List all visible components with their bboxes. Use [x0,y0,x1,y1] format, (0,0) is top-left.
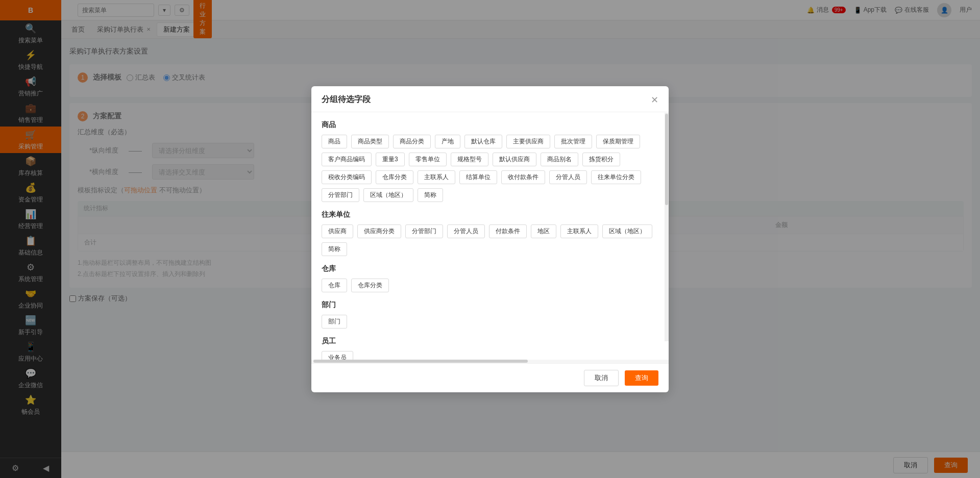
field-tag-0-17[interactable]: 主联系人 [418,170,455,184]
modal-header: 分组待选字段 ✕ [311,86,669,112]
modal-overlay: 分组待选字段 ✕ 商品商品商品类型商品分类产地默认仓库主要供应商批次管理保质期管… [0,0,980,478]
field-tag-1-1[interactable]: 供应商分类 [357,224,401,238]
field-tag-0-22[interactable]: 分管部门 [322,188,359,202]
field-tag-0-14[interactable]: 拣货积分 [582,153,620,166]
modal-dialog: 分组待选字段 ✕ 商品商品商品类型商品分类产地默认仓库主要供应商批次管理保质期管… [311,86,669,392]
field-tag-0-5[interactable]: 主要供应商 [506,135,550,148]
field-tags-4: 业务员 [322,351,658,360]
section-title-3: 部门 [322,300,658,310]
field-tag-2-1[interactable]: 仓库分类 [351,279,389,292]
field-tag-0-9[interactable]: 重量3 [376,153,405,166]
field-tag-0-24[interactable]: 简称 [418,188,443,202]
field-tag-0-0[interactable]: 商品 [322,135,347,148]
field-tag-0-21[interactable]: 往来单位分类 [591,170,641,184]
field-tag-0-15[interactable]: 税收分类编码 [322,170,372,184]
field-tags-0: 商品商品类型商品分类产地默认仓库主要供应商批次管理保质期管理客户商品编码重量3零… [322,135,658,202]
field-tag-1-7[interactable]: 区域（地区） [602,224,652,238]
field-tag-1-0[interactable]: 供应商 [322,224,353,238]
field-tag-0-23[interactable]: 区域（地区） [363,188,413,202]
field-tag-0-16[interactable]: 仓库分类 [376,170,413,184]
field-tag-1-3[interactable]: 分管人员 [447,224,485,238]
field-tag-1-8[interactable]: 简称 [322,242,347,256]
field-tag-0-10[interactable]: 零售单位 [409,153,447,166]
modal-vertical-scrollbar[interactable] [665,113,669,341]
section-title-2: 仓库 [322,264,658,273]
field-tags-3: 部门 [322,315,658,329]
section-title-4: 员工 [322,337,658,346]
modal-close-btn[interactable]: ✕ [651,94,658,106]
field-tag-0-4[interactable]: 默认仓库 [464,135,502,148]
field-tag-4-0[interactable]: 业务员 [322,351,353,360]
field-tag-0-2[interactable]: 商品分类 [393,135,431,148]
field-tags-2: 仓库仓库分类 [322,279,658,292]
field-tag-0-20[interactable]: 分管人员 [549,170,587,184]
field-tag-0-12[interactable]: 默认供应商 [493,153,536,166]
field-tags-1: 供应商供应商分类分管部门分管人员付款条件地区主联系人区域（地区）简称 [322,224,658,256]
field-tag-1-4[interactable]: 付款条件 [489,224,527,238]
section-title-0: 商品 [322,120,658,130]
field-tag-0-7[interactable]: 保质期管理 [596,135,640,148]
modal-body: 商品商品商品类型商品分类产地默认仓库主要供应商批次管理保质期管理客户商品编码重量… [311,112,669,360]
field-tag-0-11[interactable]: 规格型号 [451,153,488,166]
field-tag-1-2[interactable]: 分管部门 [405,224,443,238]
scrollbar-thumb-v [665,114,668,205]
modal-confirm-btn[interactable]: 查询 [625,370,658,386]
field-tag-0-18[interactable]: 结算单位 [459,170,497,184]
field-tag-0-6[interactable]: 批次管理 [554,135,592,148]
field-tag-2-0[interactable]: 仓库 [322,279,347,292]
field-tag-0-1[interactable]: 商品类型 [351,135,389,148]
field-tag-3-0[interactable]: 部门 [322,315,347,329]
modal-footer: 取消 查询 [311,363,669,392]
field-tag-0-13[interactable]: 商品别名 [541,153,578,166]
field-tag-0-8[interactable]: 客户商品编码 [322,153,372,166]
section-title-1: 往来单位 [322,210,658,219]
field-tag-1-6[interactable]: 主联系人 [560,224,598,238]
field-tag-1-5[interactable]: 地区 [531,224,556,238]
field-tag-0-3[interactable]: 产地 [435,135,460,148]
field-tag-0-19[interactable]: 收付款条件 [501,170,545,184]
modal-title: 分组待选字段 [322,94,371,105]
modal-cancel-btn[interactable]: 取消 [584,370,619,386]
